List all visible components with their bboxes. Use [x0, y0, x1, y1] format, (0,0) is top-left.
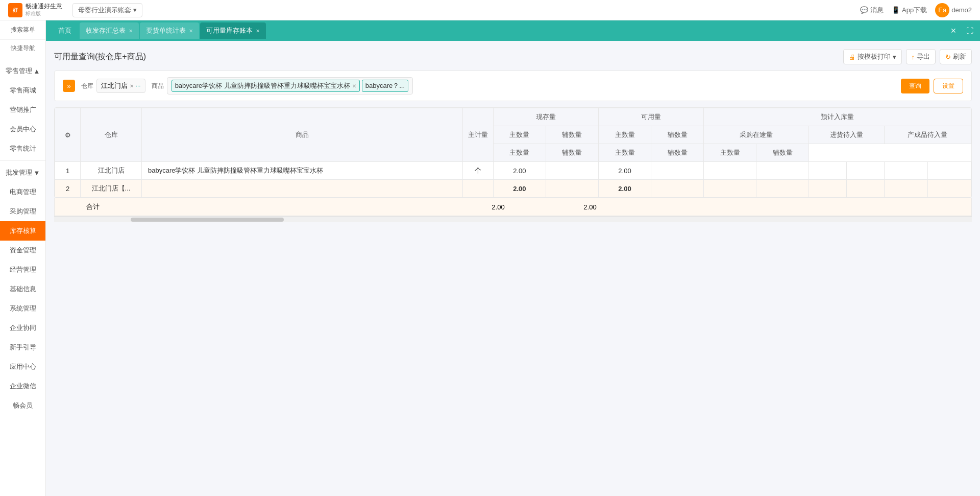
- cell-finished-main-2: [884, 180, 927, 198]
- sidebar-item-label: 畅会员: [13, 401, 33, 410]
- sidebar-item-label: 零售统计: [10, 144, 36, 153]
- page-title: 可用量查询(按仓库+商品): [54, 52, 146, 62]
- tab-home-label: 首页: [58, 26, 71, 35]
- sidebar-nav[interactable]: 快捷导航: [0, 40, 45, 57]
- print-icon: 🖨: [849, 53, 855, 61]
- sidebar-item-wholesale-mgmt[interactable]: 批发管理 ▼: [0, 163, 45, 182]
- tab-close-icon-2[interactable]: ✕: [189, 28, 193, 34]
- tab-receive-send[interactable]: 收发存汇总表 ✕: [80, 22, 139, 39]
- top-bar: 好 畅捷通好生意 标准版 母婴行业演示账套 ▾ 💬 消息 📱 App下载 Ea …: [0, 0, 980, 20]
- sidebar-item-retail-mgmt[interactable]: 零售管理 ▲: [0, 61, 45, 81]
- th-avail-main: 主数量: [598, 126, 651, 144]
- cell-incoming-main-2: [809, 180, 847, 198]
- cell-seq-2: 2: [55, 180, 81, 198]
- cell-incoming-sub-2: [847, 180, 885, 198]
- th-purchase-sub: 辅数量: [546, 144, 598, 162]
- product-value[interactable]: babycare学饮杯 儿童防摔防撞吸管杯重力球吸嘴杯宝宝水杯 ✕ babyca…: [167, 77, 413, 95]
- page-header: 可用量查询(按仓库+商品) 🖨 按模板打印 ▾ ↑ 导出 ↻ 刷新: [54, 49, 972, 64]
- tab-close-icon[interactable]: ✕: [129, 28, 133, 34]
- maximize-btn[interactable]: ⛶: [964, 25, 976, 37]
- scroll-thumb[interactable]: [131, 218, 284, 222]
- sidebar-item-vip-member[interactable]: 畅会员: [0, 396, 45, 415]
- industry-select[interactable]: 母婴行业演示账套 ▾: [72, 3, 142, 17]
- cell-purchase-sub-2: [756, 180, 809, 198]
- app-download-btn[interactable]: 📱 App下载: [892, 6, 927, 15]
- table-row-subtotal: 2 江北门店【... 2.00 2.00: [55, 180, 971, 198]
- cell-warehouse-2: 江北门店【...: [81, 180, 142, 198]
- settings-btn[interactable]: 设置: [934, 79, 963, 93]
- sidebar-divider-2: [0, 160, 45, 161]
- th-avail-sub: 辅数量: [651, 126, 704, 144]
- filter-expand-btn[interactable]: »: [63, 80, 75, 92]
- sidebar-item-ecommerce[interactable]: 电商管理: [0, 182, 45, 202]
- user-area[interactable]: Ea demo2: [935, 3, 972, 17]
- sidebar-item-label: 电商管理: [10, 187, 36, 197]
- tab-bar-actions: ✕ ⛶: [947, 25, 976, 37]
- print-btn[interactable]: 🖨 按模板打印 ▾: [843, 49, 902, 64]
- sidebar-item-purchase[interactable]: 采购管理: [0, 202, 45, 221]
- sidebar-item-inventory[interactable]: 库存核算: [0, 221, 45, 241]
- product-label: 商品: [152, 82, 164, 90]
- horizontal-scrollbar[interactable]: [54, 216, 972, 222]
- sidebar-item-basic-info[interactable]: 基础信息: [0, 279, 45, 299]
- app-icon: 📱: [892, 6, 900, 14]
- cell-finished-main: [884, 162, 927, 180]
- chevron-down-icon-2: ▾: [893, 53, 896, 61]
- tab-label: 可用量库存账本: [206, 26, 253, 35]
- table-footer: 合计 2.00 2.00: [54, 198, 972, 216]
- close-all-btn[interactable]: ✕: [947, 25, 960, 37]
- sidebar-item-label: 采购管理: [10, 207, 36, 216]
- sidebar-search[interactable]: 搜索菜单: [0, 20, 45, 40]
- tab-close-icon-3[interactable]: ✕: [256, 28, 260, 34]
- sidebar-item-enterprise-collab[interactable]: 企业协同: [0, 318, 45, 338]
- cell-product-2: [142, 180, 463, 198]
- sidebar-item-online-shop[interactable]: 零售商城: [0, 81, 45, 100]
- sidebar-item-app-center[interactable]: 应用中心: [0, 357, 45, 376]
- cell-warehouse: 江北门店: [81, 162, 142, 180]
- refresh-btn[interactable]: ↻ 刷新: [940, 49, 972, 64]
- tab-home[interactable]: 首页: [50, 20, 80, 41]
- sidebar-item-sys-mgmt[interactable]: 系统管理: [0, 299, 45, 318]
- refresh-label: 刷新: [953, 52, 966, 61]
- warehouse-label: 仓库: [81, 82, 93, 90]
- settings-gear-icon[interactable]: ⚙: [65, 131, 71, 139]
- th-incoming: 进货待入量: [809, 126, 885, 144]
- warehouse-tag: 江北门店 ✕: [101, 81, 134, 90]
- top-bar-right: 💬 消息 📱 App下载 Ea demo2: [860, 3, 972, 17]
- tab-order-stats[interactable]: 要货单统计表 ✕: [140, 22, 199, 39]
- product-tag-2: babycare？...: [362, 80, 408, 92]
- sidebar-item-label: 应用中心: [10, 362, 36, 371]
- sidebar-item-finance[interactable]: 资金管理: [0, 241, 45, 260]
- export-btn[interactable]: ↑ 导出: [906, 49, 936, 64]
- sidebar-item-label: 系统管理: [10, 304, 36, 313]
- warehouse-close-icon[interactable]: ✕: [130, 83, 134, 89]
- footer-label: 合计: [80, 202, 442, 211]
- product-close-icon-1[interactable]: ✕: [352, 83, 356, 89]
- msg-btn[interactable]: 💬 消息: [860, 6, 884, 15]
- footer-avail-main: 2.00: [565, 203, 616, 211]
- query-btn[interactable]: 查询: [901, 79, 929, 93]
- sidebar-item-label: 资金管理: [10, 246, 36, 255]
- sidebar-item-marketing[interactable]: 营销推广: [0, 100, 45, 120]
- warehouse-more[interactable]: ···: [136, 82, 141, 89]
- refresh-icon: ↻: [945, 53, 951, 61]
- tab-available-inv[interactable]: 可用量库存账本 ✕: [200, 22, 266, 39]
- cell-purchase-main-2: [704, 180, 756, 198]
- cell-purchase-sub: [756, 162, 809, 180]
- sidebar-item-label: 企业协同: [10, 323, 36, 333]
- sidebar-item-member[interactable]: 会员中心: [0, 120, 45, 139]
- msg-label: 消息: [870, 6, 884, 15]
- sidebar-item-new-guide[interactable]: 新手引导: [0, 338, 45, 357]
- cell-stock-sub-2: [546, 180, 598, 198]
- cell-incoming-sub: [847, 162, 885, 180]
- sidebar-item-retail-stats[interactable]: 零售统计: [0, 139, 45, 158]
- warehouse-value[interactable]: 江北门店 ✕ ···: [96, 79, 145, 93]
- sidebar-item-label: 会员中心: [10, 125, 36, 134]
- sidebar-item-operations[interactable]: 经营管理: [0, 260, 45, 279]
- cell-avail-main-2: 2.00: [598, 180, 651, 198]
- cell-unit: 个: [462, 162, 493, 180]
- logo-text-area: 畅捷通好生意 标准版: [26, 3, 62, 18]
- sidebar-item-label: 营销推广: [10, 105, 36, 114]
- sidebar-item-enterprise-wechat[interactable]: 企业微信: [0, 376, 45, 396]
- cell-unit-2: [462, 180, 493, 198]
